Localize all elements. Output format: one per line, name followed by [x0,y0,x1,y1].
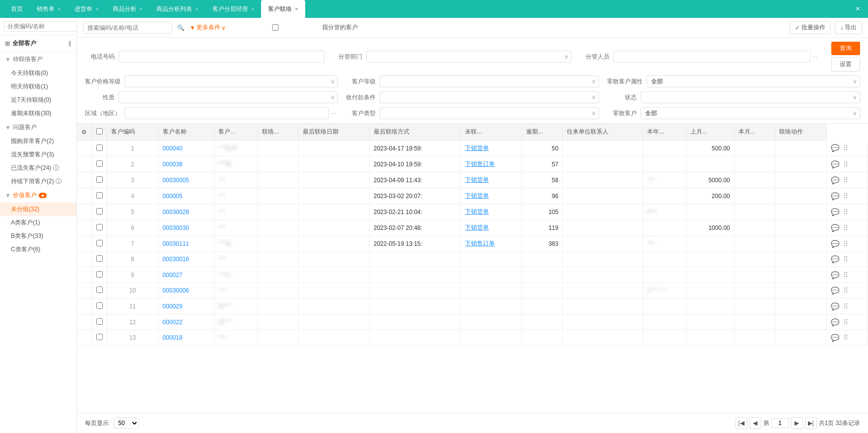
chat-icon[interactable]: 💬 [831,318,839,326]
settings-col-header[interactable]: ⚙ [77,124,92,141]
menu-icon[interactable]: ⠿ [843,144,848,152]
customer-code[interactable]: 000022 [158,314,214,330]
last-contact-method[interactable]: 下销货单 [461,220,522,236]
customer-code[interactable]: 000018 [158,330,214,346]
row-checkbox[interactable] [96,240,103,246]
sidebar-all-customers[interactable]: ⊞ 全部客户 ⟪ [0,35,76,52]
nav-tab-purchase[interactable]: 进货单 × [67,0,105,18]
chat-icon[interactable]: 💬 [831,302,839,310]
chat-icon[interactable]: 💬 [831,192,839,200]
menu-icon[interactable]: ⠿ [843,302,848,310]
more-dots-icon[interactable]: ··· [810,53,819,60]
retail-customer-select[interactable]: 全部 [641,107,860,119]
menu-icon[interactable]: ⠿ [843,334,848,342]
first-page-button[interactable]: |◀ [735,417,747,429]
retail-attr-select[interactable]: 全部 [647,75,860,87]
customer-code[interactable]: 000038 [158,156,214,172]
last-contact-method[interactable] [461,252,522,267]
sidebar-section-pending[interactable]: ▼ 待联络客户 [0,52,76,67]
nav-home[interactable]: 首页 [4,0,30,18]
sidebar-item-overdue[interactable]: 逾期未联络(30) [0,107,76,120]
dept-select[interactable] [366,51,572,63]
my-customers-checkbox[interactable] [231,24,320,31]
more-conditions-button[interactable]: ▼ 更多条件 ∨ [190,23,226,32]
last-contact-method[interactable] [461,267,522,283]
next-page-button[interactable]: ▶ [791,417,803,429]
customer-code[interactable]: 00030111 [158,236,214,252]
row-checkbox[interactable] [96,334,103,340]
select-all-checkbox[interactable] [96,128,103,135]
row-checkbox-cell[interactable] [92,298,107,314]
last-contact-method[interactable]: 下销货单 [461,204,522,220]
sidebar-item-today[interactable]: 今天待联络(0) [0,67,76,80]
sidebar-item-abnormal[interactable]: 囤购异常客户(2) [0,135,76,148]
row-checkbox-cell[interactable] [92,267,107,283]
more-dots-icon[interactable]: ··· [329,110,338,117]
sidebar-item-class-b[interactable]: B类客户(33) [0,229,76,243]
row-checkbox[interactable] [96,192,103,199]
close-icon[interactable]: × [195,6,198,12]
customer-code[interactable]: 00030016 [158,252,214,267]
customer-code[interactable]: 000005 [158,188,214,204]
chat-icon[interactable]: 💬 [831,240,839,248]
menu-icon[interactable]: ⠿ [843,287,848,294]
row-checkbox-cell[interactable] [92,220,107,236]
menu-icon[interactable]: ⠿ [843,224,848,232]
checkbox-col-header[interactable] [92,124,107,141]
customer-code[interactable]: 00030028 [158,204,214,220]
row-checkbox-cell[interactable] [92,314,107,330]
sidebar-item-class-c[interactable]: C类客户(6) [0,243,76,256]
last-page-button[interactable]: ▶| [805,417,817,429]
close-icon[interactable]: × [295,6,298,12]
row-checkbox-cell[interactable] [92,156,107,172]
export-button[interactable]: ↓ 导出 [835,21,862,34]
window-close-button[interactable]: × [852,4,864,13]
close-icon[interactable]: × [58,6,61,12]
close-icon[interactable]: × [251,6,254,12]
row-checkbox-cell[interactable] [92,204,107,220]
price-level-select[interactable] [125,75,338,87]
close-icon[interactable]: × [139,6,142,12]
customer-code[interactable]: 000040 [158,141,214,156]
phone-input[interactable] [119,51,325,63]
last-contact-method[interactable] [461,283,522,298]
menu-icon[interactable]: ⠿ [843,318,848,326]
customer-code[interactable]: 00030030 [158,220,214,236]
sidebar-section-problem[interactable]: ▼ 问题客户 [0,120,76,135]
sidebar-item-class-a[interactable]: A类客户(1) [0,216,76,229]
close-icon[interactable]: × [95,6,98,12]
nav-tab-analysis[interactable]: 商品分析 × [106,0,149,18]
row-checkbox-cell[interactable] [92,141,107,156]
sidebar-item-churn-warning[interactable]: 流失预警客户(3) [0,148,76,161]
chat-icon[interactable]: 💬 [831,255,839,263]
row-checkbox-cell[interactable] [92,283,107,298]
region-input[interactable] [125,107,329,119]
row-checkbox[interactable] [96,160,103,167]
customer-type-select[interactable] [380,107,599,119]
sidebar-item-churned[interactable]: 已流失客户(24) ⓘ [0,161,76,175]
chat-icon[interactable]: 💬 [831,334,839,342]
row-checkbox[interactable] [96,176,103,183]
query-button[interactable]: 查询 [831,42,860,55]
customer-code[interactable]: 00030005 [158,172,214,188]
chat-icon[interactable]: 💬 [831,176,839,184]
row-checkbox-cell[interactable] [92,330,107,346]
row-checkbox[interactable] [96,224,103,230]
last-contact-method[interactable] [461,314,522,330]
row-checkbox[interactable] [96,255,103,262]
last-contact-method[interactable]: 下销售订单 [461,236,522,252]
customer-code[interactable]: 000029 [158,298,214,314]
chat-icon[interactable]: 💬 [831,208,839,216]
last-contact-method[interactable] [461,298,522,314]
menu-icon[interactable]: ⠿ [843,160,848,168]
row-checkbox-cell[interactable] [92,188,107,204]
collapse-icon[interactable]: ⟪ [68,40,71,47]
status-select[interactable] [641,91,860,103]
menu-icon[interactable]: ⠿ [843,208,848,216]
search-button[interactable]: 🔍 [177,24,185,31]
customer-code[interactable]: 00030006 [158,283,214,298]
customer-code[interactable]: 000027 [158,267,214,283]
nav-tab-sales[interactable]: 销售单 × [30,0,67,18]
nature-select[interactable] [119,91,338,103]
sidebar-section-value[interactable]: ▼ 价值客户 ● [0,188,76,203]
